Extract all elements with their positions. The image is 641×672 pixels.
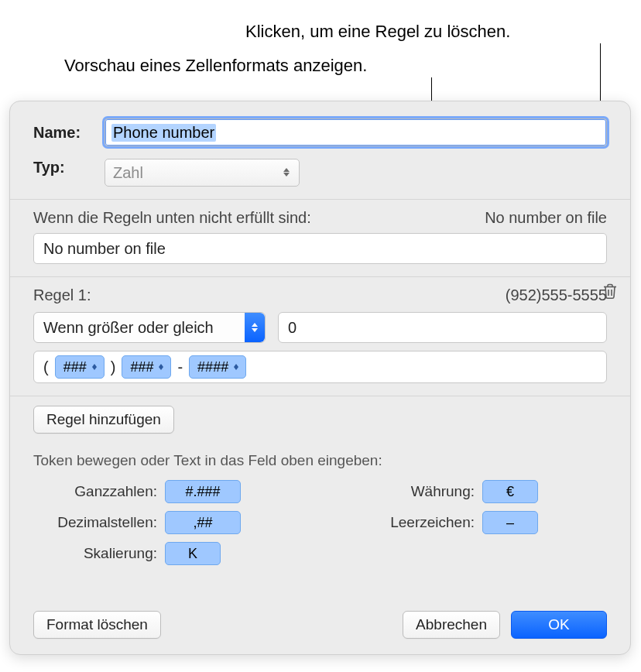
name-input-value: Phone number [111,124,216,142]
annotation-preview-format: Vorschau eines Zellenformats anzeigen. [64,56,367,76]
name-label: Name: [33,124,95,142]
rule-1-preview: (952)555-5555 [506,286,607,304]
chevron-updown-icon [245,313,265,342]
format-token[interactable]: ### [122,355,171,379]
rule-format-field[interactable]: ( ### ) ### - #### [33,351,607,383]
else-rule-section: Wenn die Regeln unten nicht erfüllt sind… [33,209,607,264]
drag-space-token[interactable]: – [482,511,538,534]
drag-tokens-hint: Token bewegen oder Text in das Feld oben… [33,452,607,469]
else-rule-input-value: No number on file [43,240,166,258]
rule-1-label: Regel 1: [33,286,91,304]
divider [10,199,630,200]
drag-decimals-token[interactable]: ,## [165,511,241,534]
else-rule-preview: No number on file [485,209,607,227]
literal-open-paren: ( [42,358,50,376]
add-rule-button[interactable]: Regel hinzufügen [33,406,174,434]
cancel-button[interactable]: Abbrechen [403,611,500,639]
chevron-updown-icon [280,163,293,181]
name-input[interactable]: Phone number [105,118,607,146]
else-rule-label: Wenn die Regeln unten nicht erfüllt sind… [33,209,311,227]
delete-format-button[interactable]: Format löschen [33,611,161,639]
drag-currency-token[interactable]: € [482,480,538,503]
divider [10,276,630,277]
drag-tokens-area: Ganzzahlen: #.### Währung: € Dezimalstel… [33,480,567,565]
custom-format-dialog: Name: Phone number Typ: Zahl Wenn die Re… [9,101,631,655]
dialog-footer: Format löschen Abbrechen OK [33,611,607,639]
trash-icon[interactable] [601,282,621,302]
drag-space-label: Leerzeichen: [374,514,475,531]
type-label: Typ: [33,159,95,177]
chevron-updown-icon [233,364,239,370]
ok-button[interactable]: OK [511,611,607,639]
drag-scale-token[interactable]: K [165,542,221,565]
divider [10,396,630,396]
format-token[interactable]: ### [55,355,105,379]
annotation-delete-rule: Klicken, um eine Regel zu löschen. [245,22,510,42]
literal-dash: - [176,358,184,376]
drag-integers-label: Ganzzahlen: [33,483,157,500]
literal-close-paren: ) [109,358,118,376]
else-rule-input[interactable]: No number on file [33,233,607,264]
type-select-value: Zahl [113,164,143,182]
drag-scale-label: Skalierung: [33,545,157,562]
drag-integers-token[interactable]: #.### [165,480,241,503]
rule-condition-select[interactable]: Wenn größer oder gleich [33,312,266,343]
drag-decimals-label: Dezimalstellen: [33,514,157,531]
type-select[interactable]: Zahl [105,159,300,187]
rule-condition-label: Wenn größer oder gleich [43,319,214,337]
rule-condition-value-input[interactable]: 0 [278,312,607,343]
chevron-updown-icon [91,364,98,370]
chevron-updown-icon [158,364,164,370]
drag-currency-label: Währung: [374,483,475,500]
rule-condition-value: 0 [288,319,297,337]
format-token[interactable]: #### [189,355,246,379]
rule-1-section: Regel 1: (952)555-5555 Wenn größer oder … [33,286,607,383]
